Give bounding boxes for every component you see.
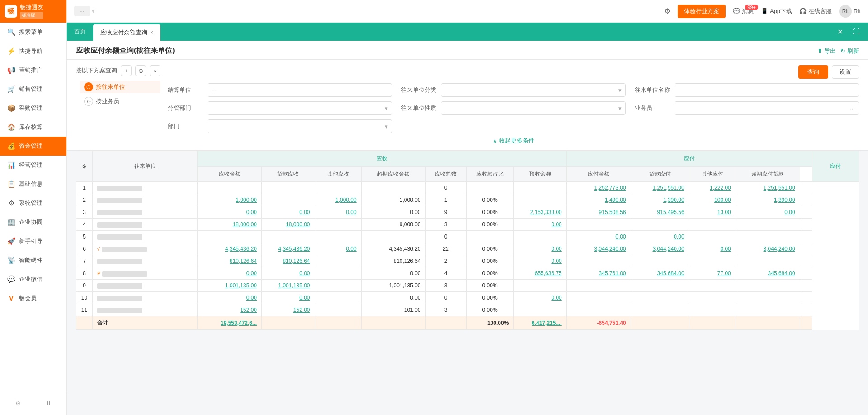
cell-link[interactable]: 345,684.00 [657, 270, 684, 277]
partner-nature-input[interactable]: ▾ [441, 101, 625, 115]
sidebar-settings-btn[interactable]: ⚙ [5, 396, 32, 410]
cell-link[interactable]: 4,345,436.20 [278, 246, 310, 252]
cell-link[interactable]: 345,684.00 [768, 270, 795, 277]
th-partner: 往来单位 [93, 151, 198, 182]
cell-link[interactable]: 4,345,436.20 [225, 246, 257, 252]
refresh-btn[interactable]: ↻ 刷新 [840, 47, 859, 55]
sidebar-item-hardware[interactable]: 📡 智能硬件 [0, 251, 66, 270]
tab-close-icon[interactable]: × [150, 29, 153, 36]
sidebar-item-operations[interactable]: 📊 经营管理 [0, 156, 66, 175]
cell-link[interactable]: 0.00 [551, 258, 561, 264]
cell-link[interactable]: 1,000.00 [236, 197, 257, 203]
filter-option-partner[interactable]: ⬡ 按往来单位 [80, 81, 160, 93]
sidebar-item-wechat[interactable]: 💬 企业微信 [0, 270, 66, 289]
cell-link[interactable]: 0.00 [346, 246, 356, 252]
cell-link[interactable]: 1,490.00 [605, 197, 626, 203]
cell-link[interactable]: 655,636.75 [535, 270, 562, 277]
message-btn[interactable]: 💬 消息 99+ [733, 7, 754, 15]
cell-link[interactable]: 0.00 [551, 221, 561, 228]
partner-name-input[interactable] [675, 83, 859, 97]
cell-link[interactable]: 1,390.00 [663, 197, 684, 203]
cell-link[interactable]: 0.00 [246, 270, 257, 277]
cell-link[interactable]: 100.00 [714, 197, 731, 203]
cell-link[interactable]: 1,251,551.00 [653, 185, 684, 191]
sidebar-item-base[interactable]: 📋 基础信息 [0, 175, 66, 194]
salesman-input[interactable]: ··· [675, 101, 859, 115]
sidebar: 畅 畅捷通友 标准版 🔍 搜索菜单 ⚡ 快捷导航 📢 营销推广 🛒 销售管 [0, 0, 67, 415]
sidebar-item-corp[interactable]: 🏢 企业协同 [0, 213, 66, 232]
cell-link[interactable]: 0.00 [299, 209, 310, 215]
cell-link[interactable]: 1,001,135.00 [278, 282, 310, 289]
tab-close-btn[interactable]: ✕ [834, 25, 846, 38]
sidebar-item-purchase[interactable]: 📦 采购管理 [0, 99, 66, 118]
cell-link[interactable]: 2,153,333.00 [530, 209, 562, 215]
tab-receivable[interactable]: 应收应付余额查询 × [93, 24, 160, 41]
cell-link[interactable]: 77.00 [717, 270, 731, 277]
cell-link[interactable]: 0.00 [784, 209, 795, 215]
sidebar-item-inventory[interactable]: 🏠 库存核算 [0, 118, 66, 137]
cell-link[interactable]: 1,000.00 [335, 197, 357, 203]
tab-home[interactable]: 首页 [67, 23, 93, 41]
th-settings[interactable]: ⚙ [76, 151, 93, 182]
sidebar-item-finance[interactable]: 💰 资金管理 [0, 137, 66, 156]
app-download-btn[interactable]: 📱 App下载 [761, 7, 792, 15]
service-btn[interactable]: 🎧 在线客服 [799, 7, 832, 15]
cell-link[interactable]: 18,000.00 [233, 221, 257, 228]
cell-link[interactable]: 0.00 [551, 295, 561, 301]
cell-link[interactable]: 915,495.56 [657, 209, 684, 215]
cell-link[interactable]: 810,126.64 [230, 258, 257, 264]
cell-link[interactable]: 0.00 [246, 295, 257, 301]
filter-add-btn[interactable]: + [121, 65, 132, 76]
department-input[interactable]: ▾ [208, 119, 392, 133]
sidebar-collapse-btn[interactable]: ⏸ [35, 396, 62, 410]
cell-link[interactable]: 18,000.00 [286, 221, 310, 228]
cell-link[interactable]: 0.00 [615, 234, 626, 240]
cell-link[interactable]: 1,390.00 [774, 197, 795, 203]
filter-collapse-left-btn[interactable]: « [150, 65, 160, 76]
th-payable-amount: 应付金额 [566, 167, 631, 182]
partner-category-input[interactable]: ▾ [441, 83, 625, 97]
cell-link[interactable]: 1,252,773.00 [594, 185, 626, 191]
total-receivable-link[interactable]: 19,553,472,6... [221, 320, 257, 326]
user-menu[interactable]: Rit Rit [839, 5, 861, 18]
solution-button[interactable]: 体验行业方案 [678, 5, 726, 18]
sidebar-item-sales[interactable]: 🛒 销售管理 [0, 80, 66, 99]
query-button[interactable]: 查询 [798, 65, 828, 79]
cell-link[interactable]: 915,508.56 [599, 209, 626, 215]
total-prepaid-link[interactable]: 6,417,215.... [532, 320, 562, 326]
cell-link[interactable]: 0.00 [346, 209, 356, 215]
cell-link[interactable]: 345,761.00 [599, 270, 626, 277]
cell-link[interactable]: 3,044,240.00 [653, 246, 684, 252]
sidebar-item-search[interactable]: 🔍 搜索菜单 [0, 23, 66, 42]
sidebar-item-vip[interactable]: V 畅会员 [0, 289, 66, 308]
filter-collapse-btn[interactable]: ∧ 收起更多条件 [493, 137, 534, 145]
filter-option-salesman[interactable]: ⊙ 按业务员 [80, 95, 160, 108]
cell-link[interactable]: 152.00 [293, 307, 310, 313]
cell-link[interactable]: 0.00 [551, 246, 561, 252]
settlement-unit-input[interactable]: ··· [208, 83, 392, 97]
cell-link[interactable]: 810,126.64 [283, 258, 310, 264]
settings-button[interactable]: 设置 [832, 65, 859, 79]
sidebar-item-marketing[interactable]: 📢 营销推广 [0, 61, 66, 80]
cell-link[interactable]: 0.00 [246, 209, 257, 215]
sidebar-item-quick[interactable]: ⚡ 快捷导航 [0, 42, 66, 61]
filter-settings-btn[interactable]: ⊙ [135, 65, 146, 76]
sidebar-item-guide[interactable]: 🚀 新手引导 [0, 232, 66, 251]
export-btn[interactable]: ⬆ 导出 [817, 47, 836, 55]
cell-link[interactable]: 1,222.00 [710, 185, 731, 191]
cell-link[interactable]: 0.00 [299, 270, 310, 277]
cell-link[interactable]: 3,044,240.00 [764, 246, 795, 252]
cell-link[interactable]: 1,001,135.00 [225, 282, 257, 289]
cell-link[interactable]: 3,044,240.00 [594, 246, 626, 252]
tab-expand-btn[interactable]: ⛶ [850, 25, 863, 38]
sidebar-item-system[interactable]: ⚙ 系统管理 [0, 194, 66, 213]
partner-cell [93, 206, 198, 219]
cell-link[interactable]: 0.00 [299, 295, 310, 301]
cell-link[interactable]: 1,251,551.00 [764, 185, 795, 191]
cell-link[interactable]: 13.00 [717, 209, 731, 215]
dept-manager-input[interactable]: ▾ [208, 101, 392, 115]
cell-link[interactable]: 152.00 [240, 307, 257, 313]
cell-link[interactable]: 0.00 [674, 234, 684, 240]
topbar-gear-icon[interactable]: ⚙ [664, 7, 670, 15]
cell-link[interactable]: 0.00 [720, 246, 731, 252]
